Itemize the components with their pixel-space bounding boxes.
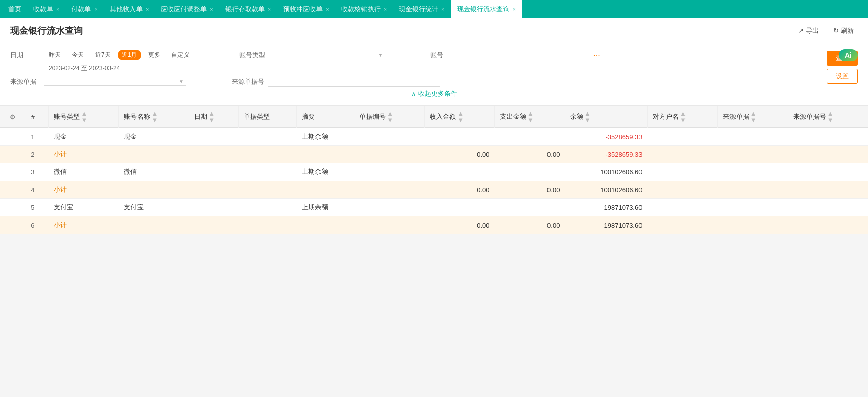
date-btn-1month[interactable]: 近1月: [118, 50, 142, 60]
refresh-button[interactable]: ↻ 刷新: [829, 24, 858, 37]
collapse-bar[interactable]: ∧ 收起更多条件: [10, 87, 858, 99]
th-date[interactable]: 日期 ▲▼: [189, 106, 239, 128]
close-prepay-icon[interactable]: ×: [326, 6, 329, 12]
row-source-doc-no: [788, 128, 868, 146]
account-more-icon[interactable]: ···: [591, 51, 602, 60]
th-settings[interactable]: ⚙: [0, 106, 26, 128]
row-expense: [495, 199, 565, 216]
row-balance: 100102606.60: [565, 163, 647, 181]
header-bar: 现金银行流水查询 ↗ 导出 ↻ 刷新: [0, 18, 868, 43]
source-doc-label: 来源单据: [10, 77, 40, 86]
th-counterpart[interactable]: 对方户名 ▲▼: [647, 106, 717, 128]
account-type-filter-group: 账号类型 ▼: [239, 51, 385, 60]
row-account-name: [119, 181, 189, 199]
ai-badge[interactable]: Ai: [839, 49, 858, 61]
row-balance: -3528659.33: [565, 128, 647, 146]
date-btn-7days[interactable]: 近7天: [91, 50, 115, 60]
date-btn-yesterday[interactable]: 昨天: [44, 50, 65, 60]
header-actions: ↗ 导出 ↻ 刷新: [794, 24, 858, 37]
th-expense[interactable]: 支出金额 ▲▼: [495, 106, 565, 128]
account-type-select[interactable]: ▼: [273, 51, 385, 59]
th-source-doc[interactable]: 来源单据 ▲▼: [717, 106, 788, 128]
row-account-type: 微信: [49, 163, 119, 181]
row-balance: 100102606.60: [565, 181, 647, 199]
th-summary: 摘要: [297, 106, 354, 128]
nav-tab-receipt[interactable]: 收款单 ×: [27, 0, 65, 18]
source-doc-num-label: 来源单据号: [232, 77, 264, 86]
row-expense: [495, 128, 565, 146]
row-balance: -3528659.33: [565, 146, 647, 163]
row-gear: [0, 128, 26, 146]
close-payment-icon[interactable]: ×: [94, 6, 97, 12]
nav-tab-cash-bank-flow[interactable]: 现金银行流水查询 ×: [451, 0, 522, 18]
row-index: 6: [26, 216, 49, 234]
setting-button[interactable]: 设置: [827, 69, 858, 84]
date-btn-custom[interactable]: 自定义: [167, 50, 194, 60]
date-range-display: 2023-02-24 至 2023-03-24: [49, 65, 120, 72]
row-summary: [297, 216, 354, 234]
row-doc-type: [239, 199, 297, 216]
nav-tab-cash-bank-stat[interactable]: 现金银行统计 ×: [393, 0, 450, 18]
close-cash-flow-icon[interactable]: ×: [513, 6, 516, 12]
nav-tab-prepay-offset[interactable]: 预收冲应收单 ×: [277, 0, 335, 18]
export-label: 导出: [806, 26, 819, 35]
row-counterpart: [647, 199, 717, 216]
close-cash-stat-icon[interactable]: ×: [441, 6, 444, 12]
row-gear: [0, 181, 26, 199]
nav-other-income-label: 其他收入单: [110, 5, 143, 14]
nav-tab-payment[interactable]: 付款单 ×: [65, 0, 103, 18]
row-gear: [0, 163, 26, 181]
row-income: 0.00: [425, 146, 495, 163]
date-filter-group: 日期 昨天 今天 近7天 近1月 更多 自定义: [10, 50, 194, 60]
source-doc-num-input[interactable]: [268, 77, 440, 87]
row-summary: 上期余额: [297, 128, 354, 146]
row-counterpart: [647, 146, 717, 163]
row-doc-no: [354, 146, 425, 163]
close-receipt-icon[interactable]: ×: [56, 6, 59, 12]
th-balance[interactable]: 余额 ▲▼: [565, 106, 647, 128]
row-account-type: 小计: [49, 146, 119, 163]
nav-tab-other-income[interactable]: 其他收入单 ×: [104, 0, 155, 18]
source-doc-chevron-icon: ▼: [179, 79, 184, 84]
date-btn-more[interactable]: 更多: [144, 50, 164, 60]
row-source-doc: [717, 163, 788, 181]
row-balance: 19871073.60: [565, 199, 647, 216]
account-input[interactable]: [449, 50, 591, 60]
export-button[interactable]: ↗ 导出: [794, 24, 823, 37]
nav-tab-write-off[interactable]: 收款核销执行 ×: [335, 0, 393, 18]
nav-tab-home[interactable]: 首页: [2, 0, 27, 18]
close-write-off-icon[interactable]: ×: [384, 6, 387, 12]
th-source-doc-no[interactable]: 来源单据号 ▲▼: [788, 106, 868, 128]
row-date: [189, 128, 239, 146]
row-account-name: 现金: [119, 128, 189, 146]
date-btn-today[interactable]: 今天: [68, 50, 88, 60]
row-counterpart: [647, 181, 717, 199]
row-source-doc: [717, 199, 788, 216]
row-income: [425, 163, 495, 181]
source-doc-select[interactable]: ▼: [44, 78, 186, 86]
source-doc-filter-group: 来源单据 ▼: [10, 77, 186, 86]
close-bank-deposit-icon[interactable]: ×: [268, 6, 271, 12]
nav-tab-bank-deposit[interactable]: 银行存取款单 ×: [219, 0, 277, 18]
filter-area: 日期 昨天 今天 近7天 近1月 更多 自定义 账号类型 ▼: [0, 43, 868, 106]
th-income[interactable]: 收入金额 ▲▼: [425, 106, 495, 128]
row-doc-type: [239, 216, 297, 234]
row-gear: [0, 216, 26, 234]
row-doc-type: [239, 146, 297, 163]
nav-cash-stat-label: 现金银行统计: [399, 5, 438, 14]
row-source-doc-no: [788, 216, 868, 234]
row-summary: 上期余额: [297, 199, 354, 216]
close-ar-ap-icon[interactable]: ×: [210, 6, 213, 12]
row-index: 4: [26, 181, 49, 199]
th-doc-no[interactable]: 单据编号 ▲▼: [354, 106, 425, 128]
table-row: 4 小计 0.00 0.00 100102606.60: [0, 181, 868, 199]
th-account-type[interactable]: 账号类型 ▲▼: [49, 106, 119, 128]
nav-tab-ar-ap-adjust[interactable]: 应收应付调整单 ×: [155, 0, 219, 18]
close-other-income-icon[interactable]: ×: [146, 6, 149, 12]
row-doc-type: [239, 181, 297, 199]
th-doc-type: 单据类型: [239, 106, 297, 128]
th-account-name[interactable]: 账号名称 ▲▼: [119, 106, 189, 128]
row-account-name: [119, 146, 189, 163]
row-account-name: 支付宝: [119, 199, 189, 216]
row-doc-no: [354, 199, 425, 216]
